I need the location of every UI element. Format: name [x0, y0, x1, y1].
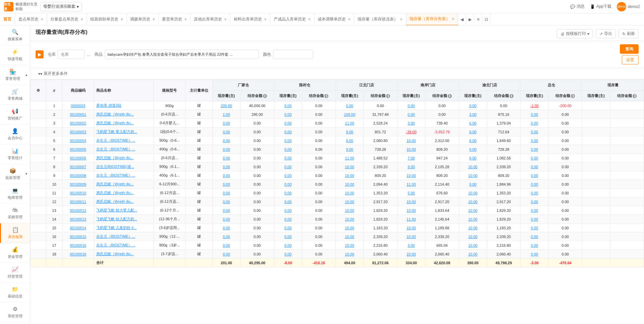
- close-icon[interactable]: ✕: [452, 17, 454, 21]
- product-name-cell[interactable]: 合生元（BIOSTIME）...: [94, 241, 154, 250]
- sidebar-item-retail-mgmt[interactable]: 🏪 零售管理 ▲: [0, 65, 30, 85]
- product-code-cell[interactable]: 00100018: [62, 250, 94, 259]
- product-code-cell[interactable]: 00100010: [62, 189, 94, 197]
- sidebar-item-marketing[interactable]: 📢 营销推广: [0, 105, 30, 125]
- product-name-cell[interactable]: 惠氏启赋（Wyeth illu...: [94, 180, 154, 189]
- tab-next-button[interactable]: ▶: [466, 13, 474, 26]
- close-icon[interactable]: ✕: [264, 17, 267, 21]
- product-name-cell[interactable]: 合生元(BIOSTIME)派...: [94, 163, 154, 171]
- product-input[interactable]: [105, 50, 259, 59]
- close-icon[interactable]: ✕: [80, 17, 83, 21]
- info-icon[interactable]: ℹ: [386, 94, 390, 98]
- print-button[interactable]: 🖨 按模板打印 ▾: [557, 29, 593, 38]
- info-icon[interactable]: ℹ: [448, 94, 452, 98]
- product-name-cell[interactable]: 惠氏启赋（Wyeth illu...: [94, 110, 154, 119]
- close-icon[interactable]: ✕: [184, 17, 187, 21]
- product-name-cell[interactable]: 合生元（BIOSTIME）...: [94, 171, 154, 180]
- sidebar-item-shortcut[interactable]: ⚡ 快捷导航: [0, 45, 30, 65]
- settings-icon[interactable]: ⚙: [37, 88, 40, 92]
- tab-stockdist[interactable]: 现存量（库存分布表） ✕: [406, 13, 458, 26]
- close-icon[interactable]: ✕: [400, 17, 402, 21]
- tab-allocation[interactable]: 调拨单历史 ✕: [127, 13, 159, 26]
- product-code-cell[interactable]: 00100002: [62, 119, 94, 128]
- warehouse-input[interactable]: [58, 50, 85, 59]
- product-name-cell[interactable]: 惠氏启赋（Wyeth illu...: [94, 154, 154, 163]
- sidebar-item-retail-stats[interactable]: 📊 零售统计: [0, 144, 30, 164]
- product-name-cell[interactable]: 惠氏启赋（Wyeth illu...: [94, 189, 154, 197]
- product-code-cell[interactable]: 00100014: [62, 224, 94, 232]
- message-button[interactable]: 💬 消息: [570, 4, 585, 9]
- tab-purchase[interactable]: 要货单历史 ✕: [159, 13, 191, 26]
- close-icon[interactable]: ✕: [348, 17, 351, 21]
- sidebar-item-retail-store[interactable]: 🛒 零售商城: [0, 85, 30, 105]
- product-name-cell[interactable]: 飞鹤星飞帆 较大婴儿配...: [94, 206, 154, 215]
- product-name-cell[interactable]: 惠氏启赋（Wyeth illu...: [94, 119, 154, 128]
- tab-prev-button[interactable]: ◀: [458, 13, 466, 26]
- sidebar-item-wholesale[interactable]: 📦 批发管理 ▼: [0, 164, 30, 184]
- product-code-cell[interactable]: 0000003: [62, 101, 94, 110]
- tab-menu-button[interactable]: ⊡: [482, 13, 490, 26]
- tab-home[interactable]: 首页: [0, 13, 15, 26]
- sidebar-item-search[interactable]: 🔍 搜索英单: [0, 26, 30, 45]
- close-icon[interactable]: ✕: [152, 17, 155, 21]
- sidebar-item-finance[interactable]: 💰 资金管理: [0, 243, 30, 263]
- tab-productionin[interactable]: 产成品入库单历史 ✕: [270, 13, 314, 26]
- tab-stockstatus[interactable]: 现存量（库存状况表） ✕: [354, 13, 406, 26]
- table-container[interactable]: ⚙ # 商品编码 商品名称 规格型号 主计量单位 厂家仓 陈村仓 江北门店 南岸…: [30, 80, 644, 324]
- product-code-cell[interactable]: 00100009: [62, 180, 94, 189]
- color-input[interactable]: [273, 50, 313, 59]
- product-name-cell[interactable]: 飞鹤星飞帆 婴儿配方奶...: [94, 128, 154, 136]
- settings-button[interactable]: 设置: [622, 55, 639, 64]
- tab-stocklist[interactable]: 盘点单历史 ✕: [15, 13, 47, 26]
- tab-costadjust[interactable]: 成本调整单历史 ✕: [314, 13, 354, 26]
- product-code-cell[interactable]: 00100001: [62, 110, 94, 119]
- product-name-cell[interactable]: 合生元（BIOSTIME）...: [94, 232, 154, 241]
- export-button[interactable]: ↗ 导出: [596, 29, 616, 38]
- product-name-cell[interactable]: 合生元（BIOSTIME）...: [94, 145, 154, 154]
- info-icon[interactable]: ℹ: [324, 94, 328, 98]
- close-icon[interactable]: ✕: [120, 17, 123, 21]
- product-name-cell[interactable]: 惠氏启赋（Wyeth illu...: [94, 250, 154, 259]
- close-icon[interactable]: ✕: [224, 17, 227, 21]
- product-name-cell[interactable]: 合生元（BIOSTIME）...: [94, 136, 154, 145]
- product-code-cell[interactable]: 00100011: [62, 197, 94, 206]
- sidebar-item-purchase[interactable]: 🛍 采购管理: [0, 204, 30, 223]
- tab-combodisassemble[interactable]: 组装拆卸单历史 ✕: [87, 13, 127, 26]
- close-icon[interactable]: ✕: [41, 17, 43, 21]
- product-code-cell[interactable]: 00100012: [62, 206, 94, 215]
- tab-close-all-button[interactable]: ✕: [474, 13, 482, 26]
- info-icon[interactable]: ℹ: [633, 94, 637, 98]
- sidebar-item-system[interactable]: ⚙ 系统管理: [0, 303, 30, 322]
- product-name-cell[interactable]: 飞鹤星飞帆 幼儿配方奶...: [94, 215, 154, 224]
- tab-otherout[interactable]: 其他出库单历史 ✕: [191, 13, 230, 26]
- product-name-cell[interactable]: 飞鹤星飞帆 儿童奶粉 4...: [94, 224, 154, 232]
- tab-splitstock[interactable]: 分量盘点单历史 ✕: [47, 13, 87, 26]
- sidebar-item-member[interactable]: 👤 会员中心: [0, 125, 30, 144]
- sidebar-item-enterprise[interactable]: 🤝 企业协同: [0, 322, 30, 324]
- product-code-cell[interactable]: 00100005: [62, 145, 94, 154]
- warehouse-dots[interactable]: ...: [87, 52, 91, 57]
- product-code-cell[interactable]: 00100013: [62, 215, 94, 224]
- close-icon[interactable]: ✕: [308, 17, 311, 21]
- info-icon[interactable]: ℹ: [263, 94, 267, 98]
- product-code-cell[interactable]: 00100004: [62, 136, 94, 145]
- product-name-cell[interactable]: 爱他美 虑藻3段: [94, 101, 154, 110]
- expand-conditions-button[interactable]: ▾▾ 展开更多条件: [36, 70, 639, 78]
- product-code-cell[interactable]: 00100015: [62, 232, 94, 241]
- refresh-button[interactable]: ↻ 刷新: [619, 29, 639, 38]
- industry-selector[interactable]: 母婴行业演示陈套 ▾: [40, 2, 82, 11]
- tab-materialout[interactable]: 材料出库单历史 ✕: [230, 13, 270, 26]
- sidebar-item-basics[interactable]: 📁 基础信息: [0, 283, 30, 303]
- product-code-cell[interactable]: 00100016: [62, 241, 94, 250]
- sidebar-item-ecommerce[interactable]: 💻 电商管理: [0, 184, 30, 204]
- product-code-cell[interactable]: 00100007: [62, 163, 94, 171]
- product-code-cell[interactable]: 00100003: [62, 128, 94, 136]
- sidebar-item-operations[interactable]: 📈 经营管理: [0, 263, 30, 283]
- info-icon[interactable]: ℹ: [571, 94, 575, 98]
- user-menu[interactable]: demo demo2: [617, 2, 640, 11]
- product-name-cell[interactable]: 惠氏启赋（Wyeth illu...: [94, 197, 154, 206]
- search-button[interactable]: 查询: [620, 44, 639, 54]
- product-code-cell[interactable]: 00100006: [62, 154, 94, 163]
- sidebar-item-inventory[interactable]: 📋 库存核算: [0, 223, 30, 243]
- filter-toggle-button[interactable]: ▶: [36, 50, 44, 58]
